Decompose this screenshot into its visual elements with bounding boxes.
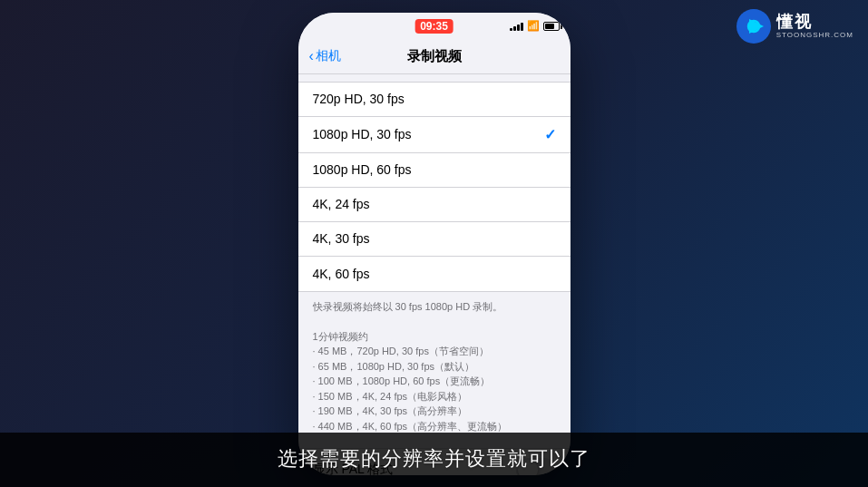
chevron-left-icon: ‹: [309, 49, 314, 63]
fast-capture-desc-section: 快录视频将始终以 30 fps 1080p HD 录制。 1分钟视频约 · 45…: [298, 292, 571, 442]
status-time: 09:35: [414, 19, 454, 33]
status-icons: 📶: [510, 20, 560, 32]
fast-capture-desc: 快录视频将始终以 30 fps 1080p HD 录制。 1分钟视频约 · 45…: [313, 299, 556, 434]
logo-text: 懂视 STOONGSHR.COM: [776, 14, 853, 40]
signal-icon: [510, 22, 523, 31]
checkmark-icon: ✓: [544, 126, 556, 143]
battery-icon: [543, 22, 560, 31]
logo-area: 懂视 STOONGSHR.COM: [736, 9, 853, 44]
option-4k-30: 4K, 30 fps: [313, 231, 370, 246]
list-item[interactable]: 1080p HD, 60 fps: [298, 153, 571, 188]
phone-frame: 09:35 📶 ‹ 相机 录制视频: [298, 13, 571, 475]
subtitle-text: 选择需要的分辨率并设置就可以了: [278, 447, 590, 470]
wifi-icon: 📶: [527, 20, 540, 32]
option-4k-24: 4K, 24 fps: [313, 197, 370, 211]
nav-title: 录制视频: [407, 48, 462, 65]
list-item[interactable]: 4K, 60 fps: [298, 257, 571, 291]
nav-back-button[interactable]: ‹ 相机: [309, 48, 341, 64]
logo-main-text: 懂视: [776, 14, 853, 32]
option-720p-30: 720p HD, 30 fps: [313, 92, 405, 106]
phone-wrapper: 09:35 📶 ‹ 相机 录制视频: [298, 13, 571, 475]
nav-back-label: 相机: [316, 48, 341, 64]
option-1080p-30: 1080p HD, 30 fps: [313, 127, 412, 141]
logo-sub-text: STOONGSHR.COM: [776, 32, 853, 40]
logo-icon: [736, 9, 771, 44]
list-item[interactable]: 720p HD, 30 fps: [298, 83, 571, 117]
status-bar: 09:35 📶: [298, 13, 571, 40]
video-options-list: 720p HD, 30 fps 1080p HD, 30 fps ✓ 1080p…: [298, 82, 571, 292]
list-item[interactable]: 4K, 24 fps: [298, 188, 571, 222]
option-1080p-60: 1080p HD, 60 fps: [313, 162, 412, 177]
list-item[interactable]: 4K, 30 fps: [298, 222, 571, 257]
list-item[interactable]: 1080p HD, 30 fps ✓: [298, 117, 571, 153]
status-time-red: 09:35: [414, 19, 454, 34]
content-area: 720p HD, 30 fps 1080p HD, 30 fps ✓ 1080p…: [298, 74, 571, 475]
subtitle-bar: 选择需要的分辨率并设置就可以了: [0, 433, 868, 487]
option-4k-60: 4K, 60 fps: [313, 267, 370, 281]
nav-bar: ‹ 相机 录制视频: [298, 40, 571, 74]
